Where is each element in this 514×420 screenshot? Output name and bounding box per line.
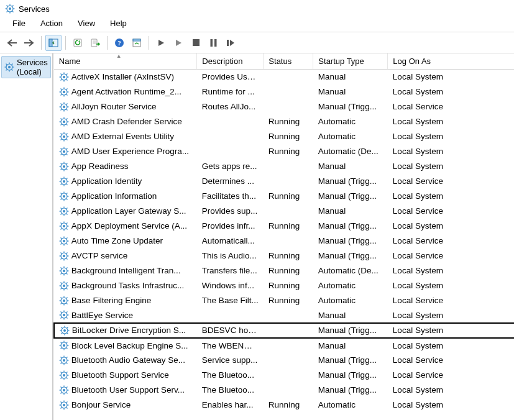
col-logon[interactable]: Log On As bbox=[388, 53, 514, 70]
svg-line-205 bbox=[67, 317, 68, 319]
service-gear-icon bbox=[59, 132, 69, 142]
svg-line-7 bbox=[12, 11, 14, 12]
service-row[interactable]: AllJoyn Router ServiceRoutes AllJo...Man… bbox=[54, 99, 514, 114]
service-row[interactable]: Bluetooth User Support Serv...The Blueto… bbox=[54, 383, 514, 398]
service-row[interactable]: Background Intelligent Tran...Transfers … bbox=[54, 263, 514, 278]
service-name: AMD Crash Defender Service bbox=[71, 117, 192, 126]
service-gear-icon bbox=[59, 296, 69, 306]
service-row[interactable]: Auto Time Zone UpdaterAutomaticall...Man… bbox=[54, 234, 514, 249]
service-startup-type: Manual (Trigg... bbox=[313, 189, 388, 204]
stop-service-button[interactable] bbox=[188, 35, 204, 51]
col-status[interactable]: Status bbox=[264, 53, 313, 70]
service-status bbox=[264, 234, 313, 249]
service-log-on-as: Local System bbox=[388, 70, 514, 84]
tree-root-services-local[interactable]: Services (Local) bbox=[1, 56, 51, 78]
svg-line-124 bbox=[60, 193, 62, 194]
start-service-button[interactable] bbox=[153, 35, 169, 51]
svg-point-99 bbox=[63, 165, 65, 168]
svg-line-257 bbox=[67, 386, 68, 388]
app-gear-icon bbox=[5, 4, 15, 14]
svg-line-226 bbox=[60, 348, 62, 349]
service-row[interactable]: App ReadinessGets apps re...ManualLocal … bbox=[54, 159, 514, 174]
service-row[interactable]: Bluetooth Audio Gateway Se...Service sup… bbox=[54, 353, 514, 368]
service-row[interactable]: Application Layer Gateway S...Provides s… bbox=[54, 204, 514, 219]
menu-help[interactable]: Help bbox=[104, 17, 133, 29]
forward-button[interactable] bbox=[21, 35, 37, 51]
service-status: Running bbox=[264, 293, 313, 308]
service-row[interactable]: Application InformationFacilitates th...… bbox=[54, 189, 514, 204]
start-service-alt-button[interactable] bbox=[170, 35, 186, 51]
svg-line-76 bbox=[60, 124, 62, 125]
svg-line-77 bbox=[67, 118, 68, 119]
service-log-on-as: Local System bbox=[388, 219, 514, 234]
svg-line-136 bbox=[60, 213, 62, 214]
service-status bbox=[264, 323, 313, 338]
help-button[interactable]: ? bbox=[111, 35, 127, 51]
service-name: Application Information bbox=[71, 191, 192, 201]
menu-view[interactable]: View bbox=[71, 17, 101, 29]
service-row[interactable]: Base Filtering EngineThe Base Filt...Run… bbox=[54, 293, 514, 308]
service-row[interactable]: ActiveX Installer (AxInstSV)Provides Use… bbox=[54, 70, 514, 84]
service-log-on-as: Local System bbox=[388, 383, 514, 398]
restart-service-button[interactable] bbox=[223, 35, 239, 51]
svg-point-209 bbox=[63, 329, 66, 332]
service-description: This is Audio... bbox=[197, 249, 264, 263]
services-gear-icon bbox=[4, 62, 14, 72]
service-gear-icon bbox=[59, 147, 69, 157]
svg-marker-27 bbox=[230, 40, 234, 46]
service-gear-icon bbox=[59, 162, 69, 171]
service-row[interactable]: Agent Activation Runtime_2...Runtime for… bbox=[54, 84, 514, 99]
service-startup-type: Automatic bbox=[313, 398, 388, 413]
service-row[interactable]: Block Level Backup Engine S...The WBENGI… bbox=[54, 338, 514, 353]
show-hide-tree-button[interactable] bbox=[45, 35, 62, 51]
svg-point-29 bbox=[8, 66, 11, 68]
svg-marker-21 bbox=[158, 40, 164, 46]
svg-line-234 bbox=[60, 357, 62, 358]
service-log-on-as: Local Service bbox=[388, 249, 514, 263]
service-row[interactable]: AMD External Events UtilityRunningAutoma… bbox=[54, 129, 514, 144]
export-list-button[interactable] bbox=[87, 35, 103, 51]
menu-action[interactable]: Action bbox=[34, 17, 69, 29]
col-name[interactable]: Name ▲ bbox=[54, 53, 197, 70]
svg-line-106 bbox=[60, 168, 62, 170]
service-gear-icon bbox=[59, 385, 69, 395]
service-name: Agent Activation Runtime_2... bbox=[71, 87, 192, 96]
properties-button[interactable] bbox=[129, 35, 145, 51]
service-gear-icon bbox=[59, 176, 69, 186]
svg-line-35 bbox=[12, 70, 13, 71]
service-startup-type: Automatic bbox=[313, 129, 388, 144]
service-log-on-as: Local System bbox=[388, 278, 514, 293]
service-name: Block Level Backup Engine S... bbox=[71, 341, 192, 350]
svg-line-47 bbox=[67, 73, 68, 75]
refresh-button[interactable] bbox=[70, 35, 86, 51]
service-row[interactable]: BitLocker Drive Encryption S...BDESVC ho… bbox=[54, 323, 514, 338]
back-button[interactable] bbox=[4, 35, 20, 51]
service-row[interactable]: BattlEye ServiceManualLocal System bbox=[54, 308, 514, 323]
service-startup-type: Manual (Trigg... bbox=[313, 353, 388, 368]
menu-file[interactable]: File bbox=[6, 17, 32, 29]
service-row[interactable]: Application IdentityDetermines ...Manual… bbox=[54, 174, 514, 189]
service-gear-icon bbox=[59, 72, 69, 82]
service-row[interactable]: Bonjour ServiceEnables har...RunningAuto… bbox=[54, 398, 514, 413]
service-row[interactable]: AppX Deployment Service (A...Provides in… bbox=[54, 219, 514, 234]
service-row[interactable]: AMD User Experience Progra...RunningAuto… bbox=[54, 144, 514, 159]
service-name: AppX Deployment Service (A... bbox=[71, 221, 192, 231]
service-row[interactable]: AVCTP serviceThis is Audio...RunningManu… bbox=[54, 249, 514, 263]
service-description: The Bluetoo... bbox=[197, 383, 264, 398]
svg-line-224 bbox=[60, 342, 62, 344]
svg-line-66 bbox=[60, 109, 62, 110]
service-startup-type: Manual bbox=[313, 204, 388, 219]
svg-point-159 bbox=[63, 255, 65, 257]
svg-line-34 bbox=[6, 64, 7, 65]
svg-point-89 bbox=[63, 150, 65, 153]
service-row[interactable]: Bluetooth Support ServiceThe Bluetoo...M… bbox=[54, 368, 514, 383]
service-description: Automaticall... bbox=[197, 234, 264, 249]
svg-line-195 bbox=[67, 303, 68, 304]
service-row[interactable]: Background Tasks Infrastruc...Windows in… bbox=[54, 278, 514, 293]
pause-service-button[interactable] bbox=[205, 35, 221, 51]
col-description[interactable]: Description bbox=[197, 53, 264, 70]
col-startup[interactable]: Startup Type bbox=[313, 53, 388, 70]
service-row[interactable]: AMD Crash Defender ServiceRunningAutomat… bbox=[54, 114, 514, 129]
svg-line-214 bbox=[61, 327, 62, 328]
service-description: Provides infr... bbox=[197, 219, 264, 234]
